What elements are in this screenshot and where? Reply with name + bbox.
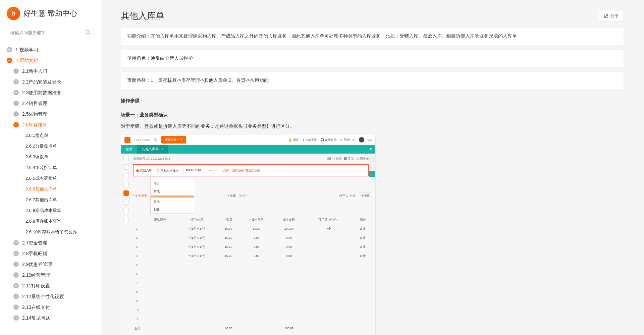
logo-row: b 好生意 帮助中心	[7, 7, 94, 20]
plus-icon: +	[13, 90, 19, 95]
plus-icon: +	[13, 262, 19, 267]
nav-item-video[interactable]: +1.视频学习	[7, 44, 94, 55]
nav-item-2-3[interactable]: +2.3使用前数据准备	[7, 87, 94, 98]
nav-item-2-6-2[interactable]: 2.6.2分量盘点单	[7, 141, 94, 152]
minus-icon: −	[7, 58, 12, 63]
ss-tab-home: 首页	[121, 145, 137, 154]
plus-icon: +	[13, 68, 19, 74]
plus-icon: +	[13, 79, 19, 85]
nav-item-2-1[interactable]: +2.1新手入门	[7, 66, 94, 76]
plus-icon: +	[13, 315, 19, 321]
steps-title: 操作步骤：	[121, 96, 624, 105]
plus-icon: +	[13, 240, 19, 245]
search-box	[7, 27, 94, 38]
logo-text: 好生意 帮助中心	[23, 8, 77, 18]
plus-icon: +	[13, 283, 19, 288]
table-row: 4个(1个 = 1个)10.000.000.00⊕ 🗑	[133, 252, 372, 261]
nav-item-2-2[interactable]: +2.2产品安装及登录	[7, 76, 94, 87]
nav-item-2-6-8[interactable]: 2.6.8商品成本重算	[7, 205, 94, 216]
svg-line-1	[89, 33, 90, 35]
ss-red-note1: 入库、退库业务 在这里切换	[223, 167, 260, 173]
intro-box: 功能介绍：其他入库单用来处理除采购入库、产成品入库之外的其他入库业务，因此其他入…	[121, 27, 624, 45]
nav-item-2-6-6[interactable]: 2.6.6其他入库单	[7, 184, 94, 194]
plus-icon: +	[13, 251, 19, 256]
logo-icon: b	[7, 7, 20, 20]
role-box: 使用角色：通常由仓管人员维护	[121, 49, 624, 67]
share-icon	[604, 14, 608, 18]
ss-avatar-icon	[359, 137, 364, 143]
ss-side-icon	[369, 171, 375, 177]
search-input[interactable]	[7, 27, 94, 38]
ss-data-table: 规格型号* 库存信息* 数量* 成本单价成本金额可用量（勾销）操作 1个(1个 …	[133, 215, 372, 333]
table-total-row: 合计40.00100.00	[133, 324, 372, 333]
plus-icon: +	[13, 111, 19, 117]
main-content: 其他入库单 分享 功能介绍：其他入库单用来处理除采购入库、产成品入库之外的其他入…	[101, 0, 644, 335]
ss-cs-link: 🎧 在线客服	[320, 137, 337, 143]
table-row: 3个(1个 = 1个)10.000.000.00⊕ 🗑	[133, 242, 372, 252]
table-row: 6	[133, 270, 372, 279]
search-icon[interactable]	[85, 30, 91, 36]
minus-icon: −	[13, 122, 19, 127]
nav-item-2-10[interactable]: +2.10经营管理	[7, 270, 94, 280]
operation-steps: 操作步骤： 场景一：业务类型确认 对于受赠、盘盈或是拆装入库等不同的业务，是通过…	[121, 96, 624, 335]
ss-side-icon	[369, 157, 375, 163]
ss-tool-icon	[123, 208, 129, 213]
gear-icon: ⚙	[370, 146, 373, 153]
nav-item-2-6[interactable]: −2.6库存核算	[7, 119, 94, 130]
path-box: 页面路径：1、库存核算->库存管理->其他入库单 2、首页->常用功能	[121, 71, 624, 90]
plus-icon: +	[13, 294, 19, 299]
nav-item-2-5[interactable]: +2.5采购管理	[7, 109, 94, 119]
ss-tab-current: 其他入库单×	[137, 145, 168, 154]
ss-tool-icon	[123, 156, 129, 161]
nav-item-2-14[interactable]: +2.14常见问题	[7, 313, 94, 323]
ss-left-toolbar	[121, 154, 131, 335]
scene1-title: 场景一：业务类型确认	[121, 110, 624, 119]
ss-logo-icon	[124, 137, 130, 143]
nav-item-2-6-9[interactable]: 2.6.9库存账本查询	[7, 216, 94, 227]
plus-icon: +	[13, 304, 19, 310]
ss-right-toolbar	[369, 157, 375, 177]
ss-red-note2: ↖ 不同业务的入库类型在这里切换	[133, 333, 372, 335]
table-row: 11	[133, 315, 372, 324]
ss-tool-icon	[123, 182, 129, 187]
ss-promo-button: 我要领取一下	[161, 136, 186, 144]
share-button[interactable]: 分享	[599, 11, 624, 21]
page-title: 其他入库单	[121, 10, 164, 22]
ss-setting-button: ⚙ 设置	[359, 192, 372, 199]
nav-item-2-6-4[interactable]: 2.6.4组装拆卸单	[7, 162, 94, 173]
nav-item-2-6-1[interactable]: 2.6.1盘点单	[7, 130, 94, 141]
table-row: 7	[133, 279, 372, 288]
table-row: 5	[133, 261, 372, 270]
plus-icon: +	[13, 101, 19, 106]
nav-item-help-docs[interactable]: −2.帮助文档	[7, 55, 94, 66]
ss-help-link: ⊙ 帮助中心	[340, 137, 356, 143]
nav-item-2-9[interactable]: +2.9优惠券管理	[7, 259, 94, 270]
nav-item-2-7[interactable]: +2.7资金管理	[7, 237, 94, 248]
nav-item-2-6-3[interactable]: 2.6.3调拨单	[7, 152, 94, 162]
ss-account: TEST-H002	[134, 137, 150, 143]
table-row: 8	[133, 288, 372, 297]
sidebar: b 好生意 帮助中心 +1.视频学习 −2.帮助文档 +2.1新手入门 +2.2…	[0, 0, 101, 335]
table-row: 1个(1个 = 1个)10.0010.00100.007个⊕ 🗑	[133, 224, 372, 233]
nav-item-2-11[interactable]: +2.11打印设置	[7, 280, 94, 291]
table-row: 9	[133, 297, 372, 306]
nav-item-2-6-5[interactable]: 2.6.5成本调整单	[7, 173, 94, 184]
ss-tool-icon	[123, 164, 129, 170]
nav-item-2-8[interactable]: +2.8手机旺铺	[7, 248, 94, 259]
sidebar-nav: +1.视频学习 −2.帮助文档 +2.1新手入门 +2.2产品安装及登录 +2.…	[7, 44, 94, 323]
ss-download-link: ⤓ App下载	[302, 137, 317, 143]
nav-item-2-4[interactable]: +2.4销售管理	[7, 98, 94, 109]
ss-search-icon: 🔍	[154, 137, 157, 143]
nav-item-2-6-10[interactable]: 2.6.10库存账本错了怎么办	[7, 227, 94, 237]
close-icon: ×	[161, 146, 163, 153]
ss-tool-icon	[123, 190, 129, 196]
scene1-desc: 对于受赠、盘盈或是拆装入库等不同的业务，是通过单据头【业务类型】进行区分。	[121, 121, 624, 131]
table-row: 2个(1个 = 1个)10.000.000.00⊕ 🗑	[133, 233, 372, 242]
screenshot-image: TEST-H002 🔍 我要领取一下 🔔 消息 ⤓ App下载 🎧 在线客服 ⊙…	[121, 135, 376, 335]
nav-item-2-6-7[interactable]: 2.6.7其他出库单	[7, 194, 94, 205]
nav-item-2-12[interactable]: +2.12系统个性化设置	[7, 291, 94, 302]
plus-icon: +	[7, 47, 12, 52]
ss-user: CC	[368, 137, 372, 143]
nav-item-2-13[interactable]: +2.13在线支付	[7, 302, 94, 313]
svg-point-0	[86, 30, 89, 34]
